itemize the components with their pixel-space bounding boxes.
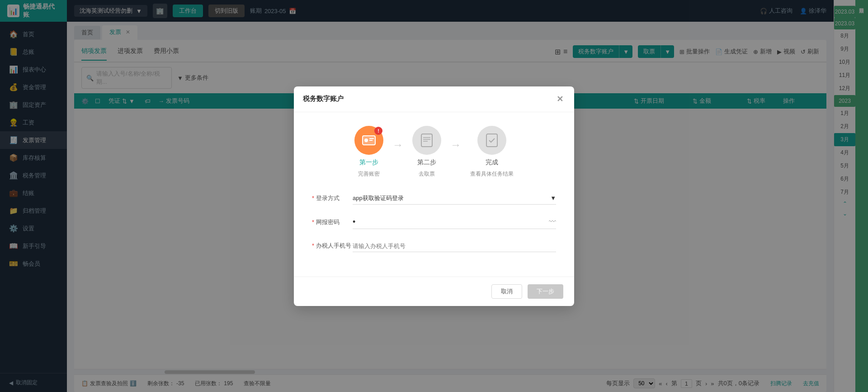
svg-rect-5 — [421, 134, 432, 147]
step-2: 第二步 去取票 — [412, 126, 441, 178]
phone-input[interactable] — [353, 243, 556, 249]
cancel-button[interactable]: 取消 — [491, 284, 522, 299]
dialog-title: 税务数字账户 — [303, 95, 344, 103]
dialog-header: 税务数字账户 ✕ — [294, 86, 574, 112]
dialog-close-button[interactable]: ✕ — [554, 94, 565, 105]
login-method-select[interactable]: app获取验证码登录 ▼ — [353, 192, 556, 205]
dropdown-chevron-icon: ▼ — [550, 195, 556, 201]
steps-indicator: ! 第一步 完善账密 → — [312, 126, 556, 178]
password-input-wrap: 〰 — [353, 215, 556, 229]
step-2-desc: 去取票 — [419, 170, 435, 178]
password-field: * 网报密码 〰 — [312, 215, 556, 229]
password-input[interactable] — [353, 217, 549, 227]
required-mark3: * — [312, 242, 316, 249]
tax-digital-account-dialog: 税务数字账户 ✕ ! — [294, 86, 574, 306]
login-method-value: app获取验证码登录 — [353, 194, 404, 202]
phone-control — [353, 240, 556, 252]
dialog-body: ! 第一步 完善账密 → — [294, 112, 574, 277]
password-control: 〰 — [353, 215, 556, 229]
required-mark2: * — [312, 219, 316, 225]
step-3: 完成 查看具体任务结果 — [470, 126, 514, 178]
step-arrow-1: → — [392, 139, 403, 165]
password-label: * 网报密码 — [312, 218, 353, 226]
step-1-name: 第一步 — [359, 158, 378, 167]
step-3-desc: 查看具体任务结果 — [470, 170, 514, 178]
dialog-overlay[interactable]: 税务数字账户 ✕ ! — [0, 0, 868, 392]
phone-label: * 办税人手机号 — [312, 242, 353, 250]
required-mark: * — [312, 195, 316, 201]
dialog-footer: 取消 下一步 — [294, 277, 574, 306]
phone-input-wrap — [353, 240, 556, 252]
step-1: ! 第一步 完善账密 — [354, 126, 383, 178]
step-2-icon — [412, 126, 441, 155]
login-method-field: * 登录方式 app获取验证码登录 ▼ — [312, 192, 556, 205]
login-method-label: * 登录方式 — [312, 194, 353, 202]
phone-field: * 办税人手机号 — [312, 240, 556, 252]
step-1-badge: ! — [374, 127, 382, 135]
next-button[interactable]: 下一步 — [528, 284, 563, 299]
step-arrow-2: → — [450, 139, 461, 165]
step-1-icon: ! — [354, 126, 383, 155]
login-method-control: app获取验证码登录 ▼ — [353, 192, 556, 205]
step-2-name: 第二步 — [417, 158, 436, 167]
svg-point-2 — [364, 139, 368, 142]
step-1-desc: 完善账密 — [358, 170, 380, 178]
eye-toggle-icon[interactable]: 〰 — [549, 218, 556, 226]
step-3-icon — [477, 126, 506, 155]
svg-rect-9 — [486, 134, 497, 147]
step-3-name: 完成 — [486, 158, 498, 167]
